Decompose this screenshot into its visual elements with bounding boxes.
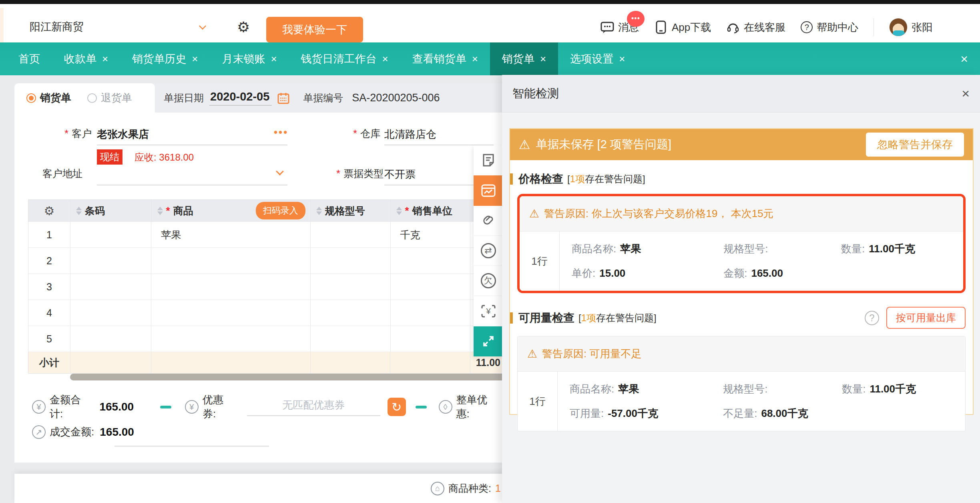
doc-meta: 单据日期 2020-02-05 单据编号 SA-20200205-006 [164,83,440,113]
amount-total-value: 165.00 [99,400,134,413]
accent-bar [510,173,513,185]
cell-barcode[interactable] [70,274,152,300]
cell-barcode[interactable] [70,248,152,274]
col-product[interactable]: *商品扫码录入 [152,200,311,222]
app-download-button[interactable]: App下载 [654,20,711,34]
cell-product[interactable] [151,248,310,274]
coupon-input[interactable]: 无匹配优惠券 [247,398,381,416]
table-row[interactable]: 4 [28,300,530,326]
table-row[interactable]: 1 苹果 千克 [28,222,530,248]
owe-tool[interactable]: 欠 [474,266,503,296]
help-question-icon[interactable]: ? [865,311,879,325]
coupon-label: 优惠券: [203,393,237,421]
totals-row: ¥ 金额合计: 165.00 ¥ 优惠券: 无匹配优惠券 ↻ ◊ 整单优惠: [32,393,500,421]
column-settings-gear-icon[interactable]: ⚙ [28,200,70,222]
messages-button[interactable]: 消息 ••• [600,20,639,34]
close-icon[interactable]: × [271,53,277,65]
address-underline[interactable] [97,153,287,185]
deal-arrow-icon: ↗ [32,425,46,439]
experience-button[interactable]: 我要体验一下 [266,17,363,42]
customer-required-mark: *客户 [64,127,92,140]
tab-home[interactable]: 首页 [6,42,52,75]
tabbar-close-all-icon[interactable]: × [960,42,968,75]
tab-view-sales-order[interactable]: 查看销货单× [400,42,490,75]
cell-barcode[interactable] [70,326,152,352]
online-service-button[interactable]: 在线客服 [726,20,785,34]
col-spec[interactable]: 规格型号 [311,200,391,222]
radio-unselected-icon [87,93,97,103]
sort-icon[interactable] [157,207,163,215]
note-tool[interactable] [474,145,503,175]
smart-check-tool[interactable] [474,175,503,205]
cell-spec[interactable] [311,300,391,326]
cell-product[interactable] [151,300,310,326]
col-barcode[interactable]: 条码 [70,200,152,222]
question-icon: ? [801,21,813,33]
calendar-icon[interactable] [277,92,289,104]
tab-sales-history[interactable]: 销货单历史× [120,42,210,75]
amount-value: 165.00 [751,267,783,280]
tab-receipt[interactable]: 收款单× [52,42,120,75]
tab-month-lock[interactable]: 月末锁账× [210,42,289,75]
cell-product[interactable] [151,326,310,352]
user-menu[interactable]: 张阳 [889,18,932,36]
table-row[interactable]: 3 [28,274,530,300]
bag-icon: ⌂ [431,482,444,495]
cell-barcode[interactable] [70,222,152,248]
cell-unit[interactable] [391,274,471,300]
headset-icon [726,20,740,34]
horizontal-scrollbar[interactable] [70,374,530,380]
goods-kind-label: 商品种类: [448,482,491,495]
doc-date-label: 单据日期 [164,91,204,105]
cell-spec[interactable] [311,326,391,352]
tab-options[interactable]: 选项设置× [558,42,637,75]
close-icon[interactable]: × [382,53,388,65]
col-unit[interactable]: *销售单位 [391,200,471,222]
expand-tool[interactable] [474,326,503,356]
scan-entry-button[interactable]: 扫码录入 [256,202,305,219]
settings-gear-icon[interactable]: ⚙ [237,20,250,34]
price-warning-reason: ⚠ 警告原因: 你上次与该客户交易价格19， 本次15元 [520,196,963,231]
radio-return-order[interactable]: 退货单 [87,91,132,105]
company-selector[interactable]: 阳江新商贸 [30,8,225,46]
help-center-button[interactable]: ? 帮助中心 [801,20,858,34]
close-icon[interactable]: × [102,53,108,65]
radio-sales-order[interactable]: 销货单 [26,91,71,105]
close-icon[interactable]: × [472,53,478,65]
tab-daily-workbench[interactable]: 钱货日清工作台× [289,42,400,75]
sort-icon[interactable] [76,207,82,215]
unsaved-banner: ⚠ 单据未保存 [2 项警告问题] 忽略警告并保存 [510,129,973,160]
doc-date-value[interactable]: 2020-02-05 [209,90,272,106]
sort-icon[interactable] [396,207,402,215]
cell-product[interactable] [151,274,310,300]
cell-unit[interactable] [391,248,471,274]
header-nav: 消息 ••• App下载 在线客服 ? 帮助中心 张阳 [600,8,932,46]
system-top-strip [0,0,980,4]
attachment-tool[interactable] [474,206,503,236]
cell-barcode[interactable] [70,300,152,326]
transfer-tool[interactable]: ⇄ [474,236,503,266]
ignore-save-button[interactable]: 忽略警告并保存 [866,133,964,157]
money-tool[interactable]: ¥ [474,296,503,326]
subtotal-label: 小计 [28,352,70,373]
sort-icon[interactable] [316,207,322,215]
cell-unit[interactable]: 千克 [391,222,471,248]
cell-spec[interactable] [311,248,391,274]
cell-unit[interactable] [391,300,471,326]
table-row[interactable]: 2 [28,248,530,274]
close-icon[interactable]: × [192,53,198,65]
close-icon[interactable]: × [540,53,546,65]
ship-by-available-button[interactable]: 按可用量出库 [886,307,966,329]
cell-spec[interactable] [311,222,391,248]
cell-spec[interactable] [311,274,391,300]
radio-selected-icon [26,93,36,103]
panel-close-icon[interactable]: × [962,86,970,101]
tab-sales-order[interactable]: 销货单× [490,42,558,75]
table-row[interactable]: 5 [28,326,530,352]
refresh-coupon-button[interactable]: ↻ [388,398,406,416]
cell-product[interactable]: 苹果 [151,222,310,248]
cell-unit[interactable] [391,326,471,352]
paperclip-icon [482,214,495,227]
close-icon[interactable]: × [619,53,625,65]
coupon-icon: ¥ [185,400,199,414]
